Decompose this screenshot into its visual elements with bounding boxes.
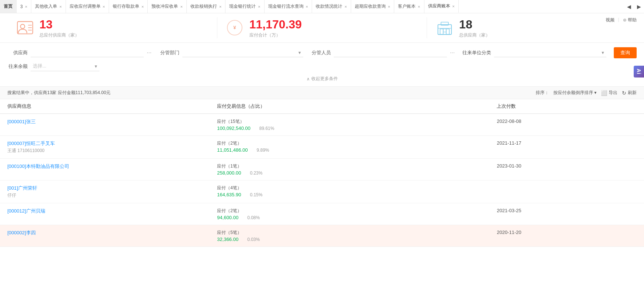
nav-tab-overdue[interactable]: 超期应收款查询 × (351, 0, 394, 13)
chevron-down-icon-3: ▾ (95, 63, 97, 69)
filter-person-dots[interactable]: ··· (450, 49, 455, 56)
nav-tab-collect[interactable]: 收款核销执行 × (187, 0, 225, 13)
filter-supplier-dots[interactable]: ··· (147, 49, 151, 56)
supplier-link-0[interactable]: [000001]张三 (7, 119, 36, 124)
supplier-link-4[interactable]: [000012]广州贝瑞 (7, 208, 45, 214)
help-link[interactable]: ⊙ 帮助 (623, 17, 637, 23)
nav-next-button[interactable]: ▶ (634, 2, 644, 11)
tx-percent-1: 9.89% (256, 148, 269, 153)
table-row: [000002]李四 应付（5笔） 32,366.00 0.03% 2020-1… (0, 225, 644, 247)
nav-tab-supplierbook-close[interactable]: × (452, 4, 455, 8)
tx-percent-4: 0.08% (247, 215, 260, 220)
supplier-link-3[interactable]: [001]广州荣轩 (7, 185, 37, 191)
nav-tab-prepay[interactable]: 预收冲应收单 × (148, 0, 186, 13)
last-pay-5: 2020-11-20 (497, 230, 637, 235)
filter-supplier-input[interactable] (31, 48, 144, 57)
nav-tab-supplierbook-label: 供应商账本 (428, 3, 450, 9)
nav-tab-collect-label: 收款核销执行 (190, 3, 217, 10)
nav-tab-prepay-close[interactable]: × (180, 4, 182, 9)
tx-amount-0[interactable]: 100,092,540.00 (217, 125, 250, 131)
nav-tab-adjust-close[interactable]: × (103, 4, 105, 9)
stats-bar: 13 总应付供应商（家） ¥ 11,170.39 应付合计（万） (0, 13, 644, 43)
sort-icon: ▾ (594, 90, 596, 95)
refresh-icon: ↻ (622, 90, 626, 96)
table-body: [000001]张三 应付（15笔） 100,092,540.00 89.61%… (0, 114, 644, 293)
nav-tab-overdue-close[interactable]: × (388, 4, 390, 9)
nav-tab-supplierbook[interactable]: 供应商账本 × (424, 0, 459, 13)
filter-balance: 往来余额 选择... ▾ (7, 61, 99, 71)
nav-tab-cashflow-label: 现金银行流水查询 (268, 3, 304, 10)
supplier-link-5[interactable]: [000002]李四 (7, 230, 36, 235)
last-pay-1: 2021-11-17 (497, 140, 637, 146)
nav-prev-button[interactable]: ◀ (624, 2, 634, 11)
table-container: 供应商信息 应付交易信息（占比） 上次付数 [000001]张三 应付（15笔）… (0, 99, 644, 293)
filter-department-select[interactable]: ▾ (182, 48, 304, 57)
nav-tab-income-close[interactable]: × (59, 4, 62, 9)
svg-rect-10 (446, 29, 449, 35)
stat-payable-amount: ¥ 11,170.39 应付合计（万） (217, 17, 427, 38)
nav-tab-3[interactable]: 3 × (17, 0, 31, 13)
supplier-info-2: [000100]本特勤油品有限公司 (7, 163, 217, 170)
export-button[interactable]: ⬜ 导出 (601, 90, 617, 96)
nav-tab-cashstat-close[interactable]: × (258, 4, 260, 9)
filter-supplier: 供应商 ··· (7, 48, 152, 57)
supplier-info-0: [000001]张三 (7, 118, 217, 125)
tx-label-2: 应付（1笔） (217, 163, 497, 169)
supplier-info-4: [000012]广州贝瑞 (7, 208, 217, 214)
total-suppliers-icon (434, 18, 455, 38)
tx-row-1: 11,051,486.00 9.89% (217, 146, 497, 153)
collapse-label: 收起更多条件 (311, 76, 338, 82)
sort-value[interactable]: 按应付余额倒序排序 ▾ (553, 90, 596, 96)
collapse-button[interactable]: ∧ 收起更多条件 (307, 76, 338, 82)
nav-tab-adjust[interactable]: 应收应付调整单 × (66, 0, 109, 13)
tx-percent-2: 0.23% (250, 170, 262, 176)
tx-amount-4[interactable]: 94,600.00 (217, 215, 238, 220)
tx-amount-3[interactable]: 164,635.90 (217, 192, 241, 197)
supplier-info-1: [000007]恒旺二手叉车 王通 17106110000 (7, 140, 217, 154)
top-navigation: 首页 3 × 其他收入单 × 应收应付调整单 × 银行存取款单 × 预收冲应收单… (0, 0, 644, 13)
filter-row-2: 往来余额 选择... ▾ (7, 61, 99, 71)
table-row: [000007]恒旺二手叉车 王通 17106110000 应付（2笔） 11,… (0, 136, 644, 159)
ai-button[interactable]: Ai (634, 66, 644, 77)
tx-label-3: 应付（4笔） (217, 185, 497, 191)
nav-tab-collectstat-label: 收款情况统计 (316, 3, 342, 10)
query-button[interactable]: 查询 (614, 47, 637, 58)
table-header: 供应商信息 应付交易信息（占比） 上次付数 (0, 99, 644, 114)
tx-info-5: 应付（5笔） 32,366.00 0.03% (217, 230, 497, 242)
filter-person-input[interactable] (334, 48, 447, 57)
nav-tab-collectstat[interactable]: 收款情况统计 × (312, 0, 351, 13)
nav-tab-home[interactable]: 首页 (0, 0, 17, 13)
filter-unit-category-select[interactable]: ▾ (494, 48, 607, 57)
supplier-link-2[interactable]: [000100]本特勤油品有限公司 (7, 163, 69, 169)
nav-tab-cashflow-close[interactable]: × (306, 4, 308, 9)
refresh-button[interactable]: ↻ 刷新 (622, 90, 637, 96)
nav-tab-adjust-label: 应收应付调整单 (70, 3, 101, 10)
nav-tab-cashflow[interactable]: 现金银行流水查询 × (265, 0, 312, 13)
video-link[interactable]: 视频 (606, 17, 615, 23)
collapse-btn-row: ∧ 收起更多条件 (7, 74, 637, 82)
filter-balance-select[interactable]: 选择... ▾ (31, 61, 99, 71)
nav-tab-collect-close[interactable]: × (219, 4, 221, 9)
chevron-down-icon-2: ▾ (602, 50, 604, 55)
last-pay-2: 2023-01-30 (497, 163, 637, 169)
payable-amount-icon: ¥ (225, 18, 245, 38)
export-icon: ⬜ (601, 90, 607, 96)
nav-tab-custbook[interactable]: 客户账本 × (394, 0, 424, 13)
nav-tab-collectstat-close[interactable]: × (344, 4, 347, 9)
table-header-supplier: 供应商信息 (7, 103, 217, 110)
supplier-info-3: [001]广州荣轩 仔仔 (7, 185, 217, 199)
nav-tab-3-close[interactable]: × (25, 4, 27, 9)
tx-amount-2[interactable]: 258,000.00 (217, 170, 241, 176)
nav-tab-income[interactable]: 其他收入单 × (31, 0, 66, 13)
tx-info-2: 应付（1笔） 258,000.00 0.23% (217, 163, 497, 176)
nav-tab-cashstat[interactable]: 现金银行统计 × (225, 0, 264, 13)
nav-tab-bank[interactable]: 银行存取款单 × (109, 0, 148, 13)
filter-department: 分管部门 ▾ (159, 48, 304, 57)
nav-tab-3-label: 3 (20, 4, 23, 9)
nav-tab-bank-close[interactable]: × (141, 4, 144, 9)
tx-amount-5[interactable]: 32,366.00 (217, 237, 238, 242)
filter-person-label: 分管人员 (311, 49, 331, 56)
tx-amount-1[interactable]: 11,051,486.00 (217, 147, 248, 153)
supplier-link-1[interactable]: [000007]恒旺二手叉车 (7, 141, 55, 146)
nav-tab-custbook-close[interactable]: × (418, 4, 420, 9)
